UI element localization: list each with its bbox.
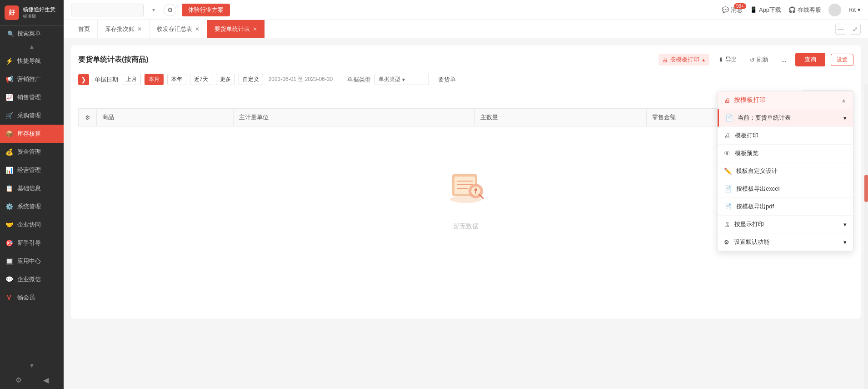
sidebar-nav: ⚡ 快捷导航 📢 营销推广 📈 销售管理 🛒 采购管理 📦 库存核算 💰 资金管…: [0, 52, 64, 360]
sidebar-item-collab[interactable]: 🤝 企业协同: [0, 216, 64, 234]
empty-icon: [443, 163, 489, 217]
sidebar-item-inventory[interactable]: 📦 库存核算: [0, 125, 64, 143]
sidebar-item-label: 应用中心: [17, 257, 41, 265]
tabbar: 首页 库存批次账 ✕ 收发存汇总表 ✕ 要货单统计表 ✕ — ⤢: [64, 20, 868, 38]
sidebar-item-finance[interactable]: 💰 资金管理: [0, 143, 64, 161]
sidebar-logo: 好 畅捷通好生意 标准版: [0, 0, 64, 26]
sidebar-item-wecom[interactable]: 💬 企业微信: [0, 270, 64, 288]
export-icon: ⬇: [718, 56, 723, 63]
topbar-settings-btn[interactable]: ⚙: [164, 4, 176, 16]
dropdown-header-title: 🖨 按模板打印: [724, 96, 766, 104]
tab-close-inventory-batch[interactable]: ✕: [137, 26, 142, 32]
table-col-unit: 主计量单位: [234, 109, 475, 126]
table-col-product: 商品: [97, 109, 234, 126]
sidebar-item-label: 企业微信: [17, 275, 41, 283]
set-default-arrow: ▾: [843, 239, 847, 246]
date-btn-more[interactable]: 更多: [216, 74, 235, 85]
sidebar-item-appstore[interactable]: 🔲 应用中心: [0, 252, 64, 270]
user-avatar[interactable]: [828, 4, 841, 16]
sidebar-item-label: 快捷导航: [17, 57, 41, 65]
app-download-btn[interactable]: 📱 App下载: [750, 6, 781, 14]
user-name[interactable]: Rit ▾: [848, 6, 861, 13]
appstore-icon: 🔲: [5, 257, 14, 266]
headset-icon: 🎧: [788, 6, 796, 13]
logo-icon: 好: [5, 5, 19, 20]
date-range-display: 2023-06-01 至 2023-06-30: [269, 76, 333, 83]
template-preview-icon: 👁: [724, 150, 730, 157]
sidebar-item-marketing[interactable]: 📢 营销推广: [0, 70, 64, 88]
content-area: 要货单统计表(按商品) 🖨 按模板打印 ▲ ⬇ 导出 ↺ 刷新: [64, 38, 868, 389]
sidebar-item-member[interactable]: V 畅会员: [0, 288, 64, 307]
scroll-down-btn[interactable]: ▼: [0, 360, 64, 371]
filter-toggle-btn[interactable]: ❯: [78, 74, 89, 85]
sidebar-item-quick-nav[interactable]: ⚡ 快捷导航: [0, 52, 64, 70]
table-col-settings[interactable]: ⚙: [79, 109, 97, 126]
sidebar-item-guide[interactable]: 🎯 新手引导: [0, 234, 64, 252]
search-menu[interactable]: 🔍 搜索菜单: [0, 26, 64, 41]
date-btn-this-month[interactable]: 本月: [145, 74, 164, 85]
message-icon: 💬: [722, 6, 729, 13]
tab-collection-summary[interactable]: 收发存汇总表 ✕: [150, 20, 207, 38]
dropdown-item-display-print[interactable]: 🖨 按显示打印 ▾: [718, 216, 853, 233]
sidebar-item-label: 营销推广: [17, 75, 41, 83]
download-icon: 📱: [750, 6, 757, 13]
current-dropdown-icon: ▾: [843, 115, 847, 121]
refresh-btn[interactable]: ↺ 刷新: [746, 54, 772, 66]
business-icon: 📊: [5, 166, 14, 175]
sidebar-item-sales[interactable]: 📈 销售管理: [0, 88, 64, 106]
dropdown-item-export-pdf[interactable]: 📄 按模板导出pdf: [718, 198, 853, 216]
date-btn-this-year[interactable]: 本年: [167, 74, 186, 85]
trial-industry-btn[interactable]: 体验行业方案: [182, 4, 230, 16]
dropdown-item-current[interactable]: 📄 当前：要货单统计表 ▾: [718, 109, 853, 127]
dropdown-item-export-excel[interactable]: 📄 按模板导出excel: [718, 180, 853, 198]
order-type-filter-section: 单据类型 单据类型 ▾: [347, 74, 429, 85]
more-btn[interactable]: ...: [778, 55, 790, 65]
tab-maximize-btn[interactable]: ⤢: [850, 24, 861, 35]
dropdown-collapse-icon[interactable]: ▲: [841, 97, 847, 104]
dropdown-item-template-custom[interactable]: ✏️ 模板自定义设计: [718, 162, 853, 180]
sidebar-item-basic[interactable]: 📋 基础信息: [0, 179, 64, 197]
dropdown-header[interactable]: 🖨 按模板打印 ▲: [718, 91, 853, 109]
page-card: 要货单统计表(按商品) 🖨 按模板打印 ▲ ⬇ 导出 ↺ 刷新: [71, 45, 861, 318]
date-btn-last-month[interactable]: 上月: [122, 74, 141, 85]
tab-minimize-btn[interactable]: —: [835, 24, 846, 35]
order-category-filter-section: 要货单: [438, 76, 456, 84]
sidebar-item-business[interactable]: 📊 经营管理: [0, 161, 64, 179]
template-custom-icon: ✏️: [724, 167, 732, 175]
dropdown-item-template-print[interactable]: 🖨 模板打印: [718, 127, 853, 145]
sales-icon: 📈: [5, 93, 14, 102]
order-type-select[interactable]: 单据类型 ▾: [374, 74, 429, 85]
export-btn[interactable]: ⬇ 导出: [715, 54, 741, 66]
purchase-icon: 🛒: [5, 111, 14, 120]
tab-inventory-batch[interactable]: 库存批次账 ✕: [98, 20, 150, 38]
settings-icon[interactable]: ⚙: [15, 376, 22, 384]
tab-order-stats[interactable]: 要货单统计表 ✕: [207, 20, 265, 38]
topbar-dropdown-btn[interactable]: ▾: [149, 5, 158, 15]
vertical-scrollbar-thumb[interactable]: [864, 175, 868, 202]
sidebar-item-label: 采购管理: [17, 111, 41, 120]
tab-home[interactable]: 首页: [71, 20, 98, 38]
scroll-up-btn[interactable]: ▲: [0, 41, 64, 52]
online-service-btn[interactable]: 🎧 在线客服: [788, 6, 821, 14]
sidebar-item-purchase[interactable]: 🛒 采购管理: [0, 106, 64, 125]
tab-close-collection-summary[interactable]: ✕: [195, 26, 200, 32]
print-template-btn[interactable]: 🖨 按模板打印 ▲: [658, 54, 709, 66]
tab-actions: — ⤢: [835, 24, 861, 35]
select-dropdown-icon: ▾: [402, 76, 405, 83]
sidebar-item-system[interactable]: ⚙️ 系统管理: [0, 197, 64, 216]
dropdown-item-template-preview[interactable]: 👁 模板预览: [718, 145, 853, 162]
date-btn-custom[interactable]: 自定义: [239, 74, 263, 85]
system-icon: ⚙️: [5, 202, 14, 211]
sidebar-item-label: 系统管理: [17, 202, 41, 211]
topbar-search-input[interactable]: [71, 4, 144, 16]
print-template-dropdown: 🖨 按模板打印 ▲ 📄 当前：要货单统计表 ▾ 🖨 模板打印 👁 模板预: [717, 91, 853, 252]
query-btn[interactable]: 查询: [795, 53, 825, 66]
sidebar-item-label: 经营管理: [17, 166, 41, 174]
collapse-icon[interactable]: ◀: [43, 376, 49, 384]
settings-btn[interactable]: 设置: [831, 54, 853, 66]
date-btn-7days[interactable]: 近7天: [190, 74, 212, 85]
dropdown-item-set-default[interactable]: ⚙ 设置默认功能 ▾: [718, 233, 853, 251]
messages-btn[interactable]: 💬 消息 99+: [722, 6, 743, 14]
member-icon: V: [5, 293, 14, 302]
tab-close-order-stats[interactable]: ✕: [253, 26, 257, 32]
